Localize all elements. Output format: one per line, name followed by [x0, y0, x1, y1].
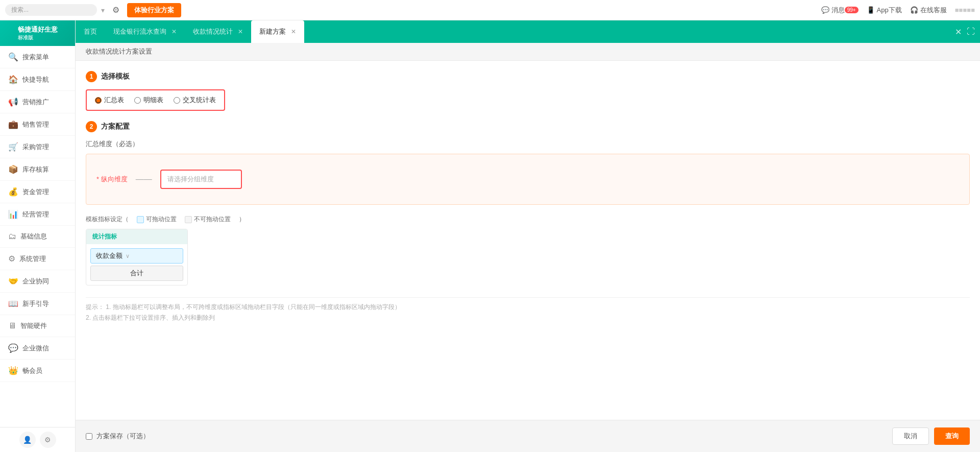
- sidebar-bottom-icon2[interactable]: ⚙: [40, 432, 56, 448]
- sidebar-label-wechat: 企业微信: [22, 344, 49, 353]
- metric-chip-amount-label: 收款金额: [96, 251, 122, 260]
- save-checkbox[interactable]: [86, 433, 92, 440]
- sidebar-item-home[interactable]: 🏠 快捷导航: [0, 68, 75, 91]
- wechat-icon: 💬: [8, 343, 18, 353]
- tab-close-window-icon[interactable]: ✕: [955, 27, 962, 37]
- trial-industry-button[interactable]: 体验行业方案: [127, 3, 181, 17]
- tab-bank-flow-label: 现金银行流水查询: [113, 27, 166, 36]
- marketing-icon: 📢: [8, 97, 18, 107]
- step2-label: 2 方案配置: [86, 121, 970, 132]
- template-cross-input[interactable]: [174, 97, 180, 104]
- metrics-setting-title: 模板指标设定（: [86, 215, 129, 224]
- dimension-select[interactable]: 请选择分组维度: [160, 170, 242, 189]
- sidebar-item-basics[interactable]: 🗂 基础信息: [0, 226, 75, 248]
- tab-receipt-stats-close-icon[interactable]: ✕: [238, 28, 243, 35]
- top-header: 搜索... ▾ ⚙ 体验行业方案 💬 消息 99+ 📱 App下载 🎧 在线客服…: [0, 0, 980, 20]
- purchase-icon: 🛒: [8, 142, 18, 152]
- step1-title: 选择模板: [101, 72, 130, 81]
- sidebar-label-marketing: 营销推广: [22, 98, 49, 107]
- sidebar-label-system: 系统管理: [19, 254, 46, 264]
- sidebar-item-system[interactable]: ⚙ 系统管理: [0, 248, 75, 270]
- sidebar-item-inventory[interactable]: 📦 库存核算: [0, 158, 75, 181]
- metric-static-total: 合计: [90, 266, 183, 281]
- sidebar-label-finance: 资金管理: [22, 187, 49, 197]
- tab-home-label: 首页: [84, 27, 97, 36]
- metric-chip-amount[interactable]: 收款金额 ∨: [90, 248, 183, 264]
- page-title-bar: 收款情况统计方案设置: [76, 43, 980, 61]
- dim-arrow-icon: ——: [136, 175, 152, 184]
- sidebar-item-wechat[interactable]: 💬 企业微信: [0, 337, 75, 360]
- tab-new-plan-close-icon[interactable]: ✕: [291, 28, 296, 35]
- draggable-legend-box: [137, 216, 144, 223]
- sidebar-label-corp-collab: 企业协同: [22, 277, 49, 286]
- metric-chip-arrow-icon: ∨: [126, 253, 130, 259]
- metrics-container: 统计指标 收款金额 ∨ 合计: [86, 229, 188, 286]
- sidebar-item-membership[interactable]: 👑 畅会员: [0, 360, 75, 382]
- sidebar-item-marketing[interactable]: 📢 营销推广: [0, 91, 75, 113]
- tab-bar: 首页 现金银行流水查询 ✕ 收款情况统计 ✕ 新建方案 ✕ ✕ ⛶: [76, 20, 980, 43]
- sidebar-item-search[interactable]: 🔍 搜索菜单: [0, 46, 75, 68]
- right-tools: 💬 消息 99+ 📱 App下载 🎧 在线客服 ■■■■■: [821, 6, 975, 15]
- sidebar-item-purchase[interactable]: 🛒 采购管理: [0, 136, 75, 158]
- search-menu-icon: 🔍: [8, 52, 18, 62]
- online-support-tool[interactable]: 🎧 在线客服: [910, 6, 947, 15]
- step2-section: 2 方案配置 汇总维度（必选） * 纵向维度 ——: [86, 121, 970, 329]
- query-button[interactable]: 查询: [934, 427, 970, 445]
- metrics-category-header: 统计指标: [86, 229, 187, 244]
- dimension-area: * 纵向维度 —— 请选择分组维度: [86, 154, 970, 205]
- sidebar-item-finance[interactable]: 💰 资金管理: [0, 181, 75, 203]
- app-container: 畅捷通好生意 标准版 🔍 搜索菜单 🏠 快捷导航 📢 营销推广 💼 销售管理 🛒…: [0, 20, 980, 452]
- non-draggable-legend-box: [185, 216, 192, 223]
- template-summary-radio[interactable]: 汇总表: [95, 96, 124, 105]
- cancel-button[interactable]: 取消: [892, 427, 929, 445]
- tips-section: 提示： 1. 拖动标题栏可以调整布局，不可跨维度或指标区域拖动栏目字段（只能在同…: [86, 297, 970, 329]
- step2-num: 2: [86, 121, 97, 132]
- template-cross-radio[interactable]: 交叉统计表: [174, 96, 216, 105]
- tab-maximize-icon[interactable]: ⛶: [967, 27, 975, 36]
- dimension-placeholder: 请选择分组维度: [167, 175, 214, 183]
- sidebar-item-corp-collab[interactable]: 🤝 企业协同: [0, 270, 75, 293]
- guide-icon: 📖: [8, 299, 18, 308]
- sales-icon: 💼: [8, 120, 18, 129]
- template-detail-input[interactable]: [134, 97, 141, 104]
- tab-bank-flow-close-icon[interactable]: ✕: [172, 28, 177, 35]
- tab-new-plan[interactable]: 新建方案 ✕: [251, 20, 304, 43]
- sidebar-item-smart-hw[interactable]: 🖥 智能硬件: [0, 315, 75, 337]
- inventory-icon: 📦: [8, 164, 18, 174]
- app-download-tool[interactable]: 📱 App下载: [867, 6, 902, 15]
- draggable-legend: 可拖动位置: [137, 215, 177, 224]
- tab-actions: ✕ ⛶: [955, 27, 980, 37]
- notification-badge: 99+: [845, 7, 859, 13]
- finance-icon: 💰: [8, 187, 18, 197]
- form-content: 1 选择模板 汇总表 明细表: [76, 61, 980, 420]
- sidebar-item-guide[interactable]: 📖 新手引导: [0, 293, 75, 315]
- settings-gear-button[interactable]: ⚙: [109, 3, 123, 17]
- sidebar-label-purchase: 采购管理: [22, 142, 49, 152]
- metrics-chips-area: 收款金额 ∨ 合计: [86, 244, 187, 285]
- template-summary-label: 汇总表: [104, 96, 124, 105]
- metrics-setting-title-suffix: ）: [239, 215, 245, 224]
- tip2: 2. 点击标题栏下拉可设置排序、插入列和删除列: [86, 314, 970, 322]
- logo-text: 畅捷通好生意: [18, 25, 58, 34]
- sidebar-bottom-icon1[interactable]: 👤: [19, 432, 36, 448]
- notification-tool[interactable]: 💬 消息 99+: [821, 6, 859, 15]
- step1-section: 1 选择模板 汇总表 明细表: [86, 71, 970, 111]
- step1-num: 1: [86, 71, 97, 82]
- logo-sub: 标准版: [18, 34, 58, 41]
- sidebar-label-home: 快捷导航: [22, 75, 49, 84]
- tab-home[interactable]: 首页: [76, 20, 105, 43]
- tab-receipt-stats-label: 收款情况统计: [193, 27, 233, 36]
- summary-dimension-title: 汇总维度（必选）: [86, 139, 970, 149]
- step1-label: 1 选择模板: [86, 71, 970, 82]
- main-area: 首页 现金银行流水查询 ✕ 收款情况统计 ✕ 新建方案 ✕ ✕ ⛶ 收: [76, 20, 980, 452]
- sidebar-bottom: 👤 ⚙: [0, 427, 75, 452]
- template-detail-radio[interactable]: 明细表: [134, 96, 163, 105]
- non-draggable-legend-label: 不可拖动位置: [194, 215, 231, 224]
- tab-receipt-stats[interactable]: 收款情况统计 ✕: [185, 20, 251, 43]
- page-title: 收款情况统计方案设置: [86, 47, 152, 55]
- tab-bank-flow[interactable]: 现金银行流水查询 ✕: [105, 20, 185, 43]
- sidebar-item-sales[interactable]: 💼 销售管理: [0, 113, 75, 136]
- sidebar-item-operations[interactable]: 📊 经营管理: [0, 203, 75, 226]
- global-search[interactable]: 搜索...: [5, 4, 97, 16]
- template-summary-input[interactable]: [95, 97, 102, 104]
